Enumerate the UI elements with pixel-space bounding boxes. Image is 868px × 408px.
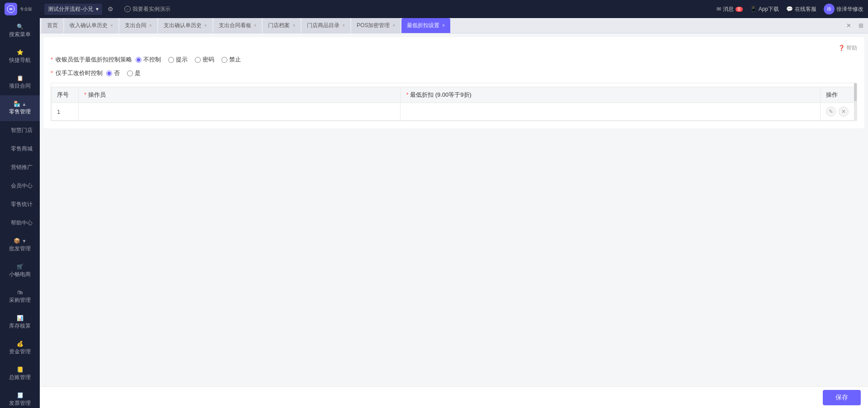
tab-home[interactable]: 首页: [42, 18, 63, 33]
tab-income-history[interactable]: 收入确认单历史 ×: [64, 18, 118, 33]
tab-expand-icon[interactable]: ⊞: [856, 22, 866, 29]
cell-operator[interactable]: [79, 103, 401, 121]
tab-payment-confirm-history-close-icon[interactable]: ×: [204, 23, 207, 28]
message-action[interactable]: ✉ 消息 8: [717, 5, 743, 13]
sidebar-item-help[interactable]: 帮助中心: [0, 214, 40, 232]
radio-no-control[interactable]: 不控制: [136, 56, 161, 64]
purchase-icon: 🛍: [17, 289, 23, 295]
tab-close-all-icon[interactable]: ✕: [844, 22, 854, 29]
tab-pos-password[interactable]: POS加密管理 ×: [351, 18, 401, 33]
table-scrollbar[interactable]: [854, 83, 857, 121]
main-layout: 🔍 搜索菜单 ⭐ 快捷导航 📋 项目合同 🏪 ▲ 零售管理 智慧门店 零售商城 …: [0, 18, 868, 408]
service-icon: 💬: [786, 6, 793, 12]
online-service-action[interactable]: 💬 在线客服: [786, 5, 816, 13]
tab-payment-contract-view-label: 支出合同看板: [219, 22, 251, 29]
message-icon: ✉: [717, 6, 721, 12]
logo-area: 专业版: [5, 3, 41, 15]
radio-no[interactable]: 否: [106, 69, 120, 77]
sidebar-item-smart-store[interactable]: 智慧门店: [0, 121, 40, 140]
sidebar-label-help: 帮助中心: [11, 219, 33, 227]
tab-payment-confirm-history[interactable]: 支出确认单历史 ×: [158, 18, 212, 33]
required-star-2: *: [51, 70, 53, 76]
radio-password[interactable]: 密码: [195, 56, 214, 64]
field1-radio-group: 不控制 提示 密码 禁止: [136, 56, 241, 64]
top-header: 专业版 测试分开流程-小兄 ▾ ⚙ ○ 我要看实例演示 ✉ 消息 8 📱 App…: [0, 0, 868, 18]
help-link[interactable]: ❓ 帮助: [838, 44, 857, 52]
sidebar-item-project[interactable]: 📋 项目合同: [0, 70, 40, 95]
sidebar-item-capital[interactable]: 💰 资金管理: [0, 335, 40, 361]
user-name: 徐泽华修改: [836, 5, 863, 13]
radio-no-label: 否: [114, 69, 120, 77]
tab-income-history-label: 收入确认单历史: [70, 22, 108, 29]
sidebar-item-ledger[interactable]: 📒 总账管理: [0, 361, 40, 387]
tab-min-discount[interactable]: 最低折扣设置 ×: [401, 18, 450, 33]
sidebar-label-purchase: 采购管理: [9, 296, 31, 304]
delete-icon[interactable]: ✕: [839, 107, 849, 117]
tab-payment-contract-view-close-icon[interactable]: ×: [254, 23, 257, 28]
tab-payment-contract-view[interactable]: 支出合同看板 ×: [213, 18, 262, 33]
tab-pos-password-label: POS加密管理: [357, 22, 390, 29]
table-body: 1: [52, 103, 857, 121]
sidebar-item-shortcut[interactable]: ⭐ 快捷导航: [0, 44, 40, 70]
edit-icon[interactable]: ✎: [826, 107, 836, 117]
sidebar-label-project: 项目合同: [9, 82, 31, 90]
tab-store-products-label: 门店商品目录: [307, 22, 340, 29]
radio-yes[interactable]: 是: [127, 69, 141, 77]
demo-link[interactable]: ○ 我要看实例演示: [124, 5, 170, 13]
tab-income-history-close-icon[interactable]: ×: [110, 23, 113, 28]
tab-payment-contract[interactable]: 支出合同 ×: [119, 18, 157, 33]
discount-input[interactable]: [406, 108, 815, 115]
sidebar-item-retail-stat[interactable]: 零售统计: [0, 195, 40, 214]
user-action[interactable]: 徐 徐泽华修改: [824, 4, 863, 14]
sidebar-item-search[interactable]: 🔍 搜索菜单: [0, 18, 40, 44]
action-icons: ✎ ✕: [826, 107, 851, 117]
sidebar-label-ledger: 总账管理: [9, 374, 31, 381]
radio-forbid[interactable]: 禁止: [222, 56, 241, 64]
cell-discount[interactable]: [401, 103, 821, 121]
tab-store-archive-close-icon[interactable]: ×: [292, 23, 295, 28]
retail-icon: 🏪: [14, 101, 20, 107]
required-star-1: *: [51, 56, 53, 63]
shortcut-icon: ⭐: [17, 49, 24, 56]
table-scroll-thumb: [854, 83, 857, 101]
page-spacer: [40, 132, 868, 386]
field1-label: * 收银员低于最低折扣控制策略: [51, 56, 132, 64]
radio-no-control-label: 不控制: [143, 56, 161, 64]
project-selector[interactable]: 测试分开流程-小兄 ▾: [44, 4, 102, 15]
demo-link-label: 我要看实例演示: [132, 5, 170, 13]
sidebar-item-online-store[interactable]: 零售商城: [0, 140, 40, 158]
sidebar: 🔍 搜索菜单 ⭐ 快捷导航 📋 项目合同 🏪 ▲ 零售管理 智慧门店 零售商城 …: [0, 18, 40, 408]
sidebar-item-retail[interactable]: 🏪 ▲ 零售管理: [0, 95, 40, 121]
sidebar-item-purchase[interactable]: 🛍 采购管理: [0, 284, 40, 310]
radio-remind[interactable]: 提示: [168, 56, 188, 64]
logo-icon: [5, 3, 17, 15]
tab-store-archive-label: 门店档案: [268, 22, 290, 29]
sidebar-label-online-store: 零售商城: [11, 145, 33, 153]
sidebar-item-inventory[interactable]: 📊 库存核算: [0, 310, 40, 335]
invoice-icon: 🧾: [17, 392, 24, 399]
tab-store-products-close-icon[interactable]: ×: [342, 23, 345, 28]
form-row-1: * 收银员低于最低折扣控制策略 不控制 提示: [51, 56, 857, 64]
operator-input[interactable]: [84, 108, 395, 115]
header-left: 专业版 测试分开流程-小兄 ▾ ⚙ ○ 我要看实例演示: [5, 3, 170, 15]
tab-store-products[interactable]: 门店商品目录 ×: [302, 18, 350, 33]
sidebar-item-wholesale[interactable]: 📦 ▼ 批发管理: [0, 232, 40, 258]
sidebar-item-invoice[interactable]: 🧾 发票管理: [0, 387, 40, 408]
tab-min-discount-close-icon[interactable]: ×: [442, 23, 445, 28]
settings-icon[interactable]: ⚙: [108, 5, 113, 13]
tab-payment-contract-close-icon[interactable]: ×: [149, 23, 152, 28]
page-content: ❓ 帮助 * 收银员低于最低折扣控制策略 不控制: [40, 33, 868, 386]
app-download-action[interactable]: 📱 App下载: [750, 5, 779, 13]
online-service-label: 在线客服: [795, 5, 816, 13]
tab-home-label: 首页: [47, 22, 58, 29]
wholesale-icon: 📦: [14, 238, 20, 244]
save-button[interactable]: 保存: [823, 390, 861, 405]
sidebar-item-member[interactable]: 会员中心: [0, 177, 40, 195]
search-icon: 🔍: [17, 23, 24, 30]
sidebar-item-ecommerce[interactable]: 🛒 小畅电商: [0, 258, 40, 284]
tab-store-archive[interactable]: 门店档案 ×: [263, 18, 301, 33]
tab-pos-password-close-icon[interactable]: ×: [392, 23, 395, 28]
table-header-row: 序号 * 操作员 * 最低折扣 (9.00等于9折) 操作: [52, 87, 857, 103]
sidebar-item-marketing[interactable]: 营销推广: [0, 158, 40, 177]
sidebar-label-capital: 资金管理: [9, 348, 31, 356]
